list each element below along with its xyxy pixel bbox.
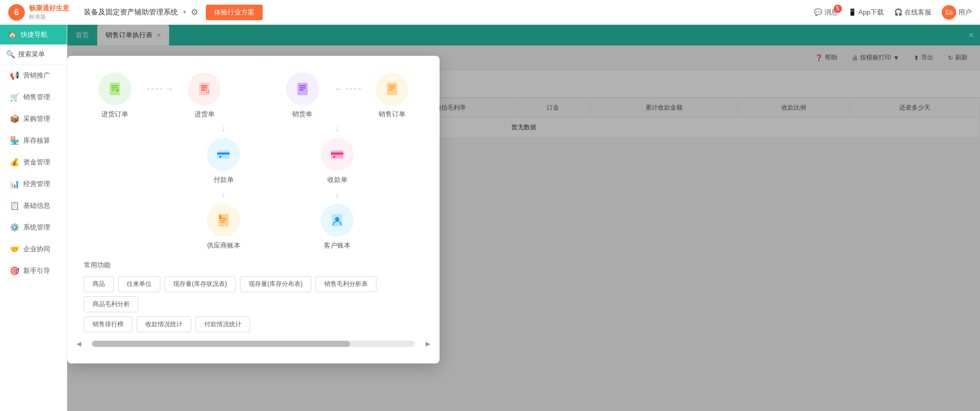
logo-area: 6 畅康通好生意 标准版 (8, 4, 76, 21)
customer-ledger-icon (321, 204, 354, 237)
svg-point-24 (333, 156, 335, 158)
svg-rect-11 (297, 83, 308, 95)
flow-node-payment-in[interactable]: 收款单 (301, 138, 373, 185)
down-arrow-sale: ↓ (301, 123, 373, 134)
sidebar-item-management[interactable]: 📊 经营管理 (0, 173, 67, 195)
sales-icon: 🛒 (10, 93, 19, 102)
management-icon: 📊 (10, 179, 19, 189)
message-icon: 💬 (814, 8, 822, 16)
sidebar: 🏠 快捷导航 🔍 搜索菜单 📢 营销推广 🛒 销售管理 📦 采购管理 (0, 25, 67, 411)
main-area: 🏠 快捷导航 🔍 搜索菜单 📢 营销推广 🛒 销售管理 📦 采购管理 (0, 25, 980, 411)
purchase-label: 进货单 (194, 110, 215, 119)
flow-arrows-down: ↓ ↓ (84, 123, 423, 134)
sidebar-item-finance[interactable]: 💰 资金管理 (0, 151, 67, 173)
basic-info-icon: 📋 (10, 201, 19, 210)
cooperation-icon: 🤝 (10, 245, 19, 254)
flow-row-2: 付款单 收款单 (84, 138, 423, 185)
sidebar-item-system[interactable]: ⚙️ 系统管理 (0, 217, 67, 238)
flow-row-3: 供应商账本 客户账本 (84, 204, 423, 250)
customer-ledger-label: 客户账本 (324, 241, 351, 250)
app-download-button[interactable]: 📱 App下载 (848, 8, 884, 17)
avatar: Ea (942, 5, 956, 20)
message-badge: 5 (834, 5, 842, 13)
flow-arrows-down-2: ↓ ↓ (84, 189, 423, 200)
func-btn-partner[interactable]: 往来单位 (118, 276, 160, 292)
flow-node-purchase[interactable]: 进货单 (173, 72, 236, 119)
finance-icon: 💰 (10, 158, 19, 167)
user-menu-button[interactable]: Ea 用户 (942, 5, 972, 20)
svg-rect-0 (110, 83, 120, 95)
func-btn-payment-stats[interactable]: 付款情况统计 (195, 316, 250, 332)
svg-rect-23 (331, 153, 343, 155)
phone-icon: 📱 (848, 8, 856, 16)
payment-out-icon (207, 138, 240, 171)
scroll-left-icon[interactable]: ◀ (77, 340, 81, 347)
svg-point-21 (219, 156, 221, 158)
svg-rect-15 (387, 83, 397, 95)
flow-node-payment-out[interactable]: 付款单 (187, 138, 260, 185)
purchase-order-label: 进货订单 (101, 110, 128, 119)
modal-scrollbar-thumb (92, 341, 350, 347)
sidebar-item-quick-nav[interactable]: 🏠 快捷导航 (0, 25, 67, 44)
func-btn-product-profit[interactable]: 商品毛利分析 (84, 296, 139, 312)
sidebar-item-sales[interactable]: 🛒 销售管理 (0, 86, 67, 108)
func-btn-receipt-stats[interactable]: 收款情况统计 (137, 316, 191, 332)
sale-label: 销货单 (292, 110, 312, 119)
flow-node-sale[interactable]: 销货单 (272, 72, 334, 119)
newbie-icon: 🎯 (10, 266, 19, 276)
down-arrow-purchase: ↓ (187, 123, 260, 134)
sidebar-item-basic-info[interactable]: 📋 基础信息 (0, 195, 67, 217)
sidebar-item-cooperation[interactable]: 🤝 企业协同 (0, 238, 67, 260)
func-btn-product[interactable]: 商品 (84, 276, 114, 292)
logo-sub-text: 标准版 (29, 13, 69, 20)
svg-point-31 (335, 217, 339, 221)
sidebar-item-purchase[interactable]: 📦 采购管理 (0, 108, 67, 130)
arrow-dash-1: - - - - → (146, 83, 173, 109)
system-title-text: 装备及固定资产辅助管理系统 (84, 8, 178, 17)
flow-node-sale-order[interactable]: 销售订单 (360, 72, 423, 119)
system-title: 装备及固定资产辅助管理系统 ▼ (84, 8, 187, 17)
sidebar-item-inventory[interactable]: 🏪 库存核算 (0, 130, 67, 151)
common-title: 常用功能 (84, 261, 423, 270)
common-functions-section: 常用功能 商品 往来单位 现存量(库存状况表) 现存量(库存分布表) 销售毛利分… (84, 261, 423, 332)
func-btn-stock-dist[interactable]: 现存量(库存分布表) (240, 276, 311, 292)
svg-rect-20 (217, 153, 230, 155)
arrow-dash-2: ← - - - - (334, 83, 360, 109)
top-bar: 6 畅康通好生意 标准版 装备及固定资产辅助管理系统 ▼ ⚙ 体验行业方案 💬 … (0, 0, 980, 25)
settings-icon[interactable]: ⚙ (187, 5, 202, 20)
supplier-ledger-icon (207, 204, 240, 237)
messages-button[interactable]: 💬 消息 5 (814, 8, 838, 17)
flow-node-customer-ledger[interactable]: 客户账本 (301, 204, 373, 250)
sidebar-item-newbie[interactable]: 🎯 新手引导 (0, 260, 67, 282)
system-dropdown-arrow-icon[interactable]: ▼ (182, 9, 187, 15)
search-menu-item[interactable]: 🔍 搜索菜单 (0, 44, 67, 65)
headset-icon: 🎧 (894, 8, 902, 16)
logo-icon: 6 (8, 4, 25, 21)
marketing-icon: 📢 (10, 71, 19, 80)
flow-node-supplier-ledger[interactable]: 供应商账本 (187, 204, 260, 250)
payment-in-label: 收款单 (327, 175, 348, 185)
func-btn-stock-status[interactable]: 现存量(库存状况表) (164, 276, 236, 292)
sidebar-nav: 📢 营销推广 🛒 销售管理 📦 采购管理 🏪 库存核算 💰 资金管 (0, 65, 67, 282)
modal-scrollbar[interactable] (92, 341, 415, 347)
home-icon: 🏠 (8, 31, 17, 39)
flow-row-1: 进货订单 - - - - → 进货单 (84, 72, 423, 119)
flow-node-purchase-order[interactable]: 进货订单 (84, 72, 146, 119)
payment-out-label: 付款单 (214, 175, 234, 185)
purchase-icon (188, 72, 221, 105)
sale-order-icon (375, 72, 409, 105)
inventory-icon: 🏪 (10, 136, 19, 145)
scroll-right-icon[interactable]: ▶ (426, 340, 430, 347)
top-right-area: 💬 消息 5 📱 App下载 🎧 在线客服 Ea 用户 (814, 5, 972, 20)
modal-overlay[interactable]: 进货订单 - - - - → 进货单 (67, 25, 980, 411)
func-btn-sales-rank[interactable]: 销售排行榜 (84, 316, 132, 332)
flow-diagram: 进货订单 - - - - → 进货单 (84, 72, 423, 250)
svg-rect-4 (199, 83, 209, 95)
flow-modal: 进货订单 - - - - → 进货单 (67, 56, 440, 363)
sidebar-item-marketing[interactable]: 📢 营销推广 (0, 65, 67, 86)
trial-button[interactable]: 体验行业方案 (206, 5, 263, 20)
common-buttons-grid: 商品 往来单位 现存量(库存状况表) 现存量(库存分布表) 销售毛利分析表 商品… (84, 276, 423, 312)
search-icon: 🔍 (6, 50, 15, 58)
func-btn-sale-profit[interactable]: 销售毛利分析表 (315, 276, 376, 292)
online-service-button[interactable]: 🎧 在线客服 (894, 8, 931, 17)
